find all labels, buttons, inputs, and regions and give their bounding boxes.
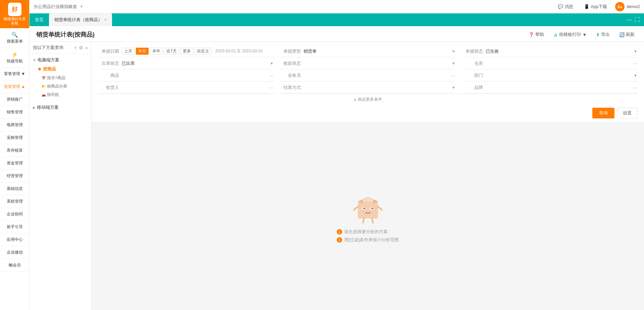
scheme-category-pc: ▼ 电脑端方案 按商品 📅 按月+商品 📂 按商品分类 🚗 按司机 bbox=[30, 54, 91, 101]
tab-home[interactable]: 首页 bbox=[30, 13, 49, 26]
sidebar-item-wholesale[interactable]: 批发管理 ▲ bbox=[0, 81, 29, 93]
out-status-label: 出库状态 bbox=[98, 60, 122, 66]
top-header: 办公用品行业模拟账套 ▼ 💬 消息 📱 App下载 Ea demo2 bbox=[30, 0, 644, 13]
sidebar-item-quick-nav[interactable]: ⚡ 快捷导航 bbox=[0, 48, 29, 68]
svg-line-5 bbox=[354, 207, 358, 210]
sidebar-item-system[interactable]: 系统管理 bbox=[0, 195, 29, 208]
salesperson-dots[interactable]: ··· bbox=[451, 73, 455, 78]
sidebar-item-operations[interactable]: 经营管理 bbox=[0, 170, 29, 183]
sidebar-item-base[interactable]: 基础信息 bbox=[0, 183, 29, 195]
collapse-more-btn[interactable]: ∧ 收起更多条件 bbox=[98, 94, 637, 105]
sidebar-item-marketing[interactable]: 营销推广 bbox=[0, 93, 29, 106]
empty-tips: 1 请先选择要分析的方案 2 用[过滤]条件来缩小分析范围 bbox=[337, 229, 399, 243]
payment-status-arrow[interactable]: ▼ bbox=[452, 61, 455, 65]
svg-line-7 bbox=[363, 218, 364, 223]
settings-button[interactable]: 设置 bbox=[617, 108, 637, 118]
logo-icon: 好 bbox=[8, 3, 21, 16]
payment-method-label: 结算方式 bbox=[280, 85, 304, 91]
query-button[interactable]: 查询 bbox=[592, 108, 614, 118]
doc-type-input[interactable]: 销货单 ▼ bbox=[304, 48, 455, 54]
brand-input[interactable]: ··· bbox=[486, 85, 637, 90]
filter-cell-goods: 商品 ··· bbox=[98, 69, 273, 82]
date-more-btn[interactable]: 更多 bbox=[180, 48, 193, 55]
out-status-arrow[interactable]: ▼ bbox=[270, 61, 273, 65]
scheme-add-btn[interactable]: + bbox=[74, 45, 77, 50]
doc-type-arrow[interactable]: ▼ bbox=[452, 49, 455, 53]
scheme-settings-btn[interactable]: ⚙ bbox=[79, 45, 83, 50]
date-7days-btn[interactable]: 近7天 bbox=[164, 48, 179, 55]
mobile-scheme-title[interactable]: ▶ 移动端方案 bbox=[33, 103, 88, 112]
sidebar-item-sales[interactable]: 销售管理 bbox=[0, 106, 29, 119]
sidebar-item-enterprise[interactable]: 企业协同 bbox=[0, 208, 29, 221]
template-print-btn[interactable]: 🖨 按模板打印 ▼ bbox=[551, 30, 589, 39]
page-title: 销货单统计表(按商品) bbox=[36, 31, 95, 39]
warehouse-dots[interactable]: ··· bbox=[633, 61, 637, 66]
active-dot bbox=[38, 68, 41, 70]
dept-input[interactable]: ▼ bbox=[486, 73, 637, 78]
filter-cell-doc-type: 单据类型 销货单 ▼ bbox=[280, 45, 455, 57]
payment-method-arrow[interactable]: ▼ bbox=[452, 86, 455, 90]
payment-status-input[interactable]: ▼ bbox=[304, 61, 455, 65]
collapse-up-icon: ∧ bbox=[354, 97, 357, 102]
page-header: 销货单统计表(按商品) ❓ 帮助 🖨 按模板打印 ▼ ⬆ 导出 🔄 刷新 bbox=[30, 26, 644, 42]
template-dropdown-arrow[interactable]: ▼ bbox=[80, 5, 83, 8]
filter-cell-receiver: 收货人 ··· bbox=[98, 82, 273, 94]
maximize-btn[interactable]: ⛶ bbox=[635, 17, 640, 23]
date-this-year-btn[interactable]: 本年 bbox=[150, 48, 163, 55]
receiver-input[interactable]: ··· bbox=[122, 85, 273, 90]
message-btn[interactable]: 💬 消息 bbox=[555, 2, 576, 11]
svg-point-3 bbox=[363, 208, 365, 209]
scheme-item-goods-category[interactable]: 📂 按商品分类 bbox=[33, 82, 88, 91]
username: demo2 bbox=[627, 4, 640, 9]
sidebar-item-guide[interactable]: 新手引导 bbox=[0, 221, 29, 234]
goods-input[interactable]: ··· bbox=[122, 73, 273, 78]
dept-arrow[interactable]: ▼ bbox=[634, 73, 637, 78]
template-name: 办公用品行业模拟账套 bbox=[34, 4, 77, 10]
sidebar-item-apps[interactable]: 应用中心 bbox=[0, 234, 29, 246]
logo-text: 畅捷通好生意 标账 bbox=[1, 17, 28, 25]
goods-dots[interactable]: ··· bbox=[270, 73, 274, 78]
doc-status-input[interactable]: 已生效 ▼ bbox=[486, 48, 637, 54]
receiver-dots[interactable]: ··· bbox=[270, 85, 274, 90]
doc-status-arrow[interactable]: ▼ bbox=[634, 49, 637, 53]
logo-area[interactable]: 好 畅捷通好生意 标账 bbox=[0, 0, 29, 28]
filter-area: 单据日期 上月 本月 本年 近7天 更多 自定义 2023-03-01 至 20… bbox=[92, 42, 644, 105]
date-label: 单据日期 bbox=[98, 48, 122, 54]
help-btn[interactable]: ❓ 帮助 bbox=[526, 30, 547, 39]
tab-active[interactable]: 销货单统计表（按商品） × bbox=[49, 13, 112, 26]
sidebar-item-purchase[interactable]: 采购管理 bbox=[0, 132, 29, 144]
sidebar-item-finance[interactable]: 资金管理 bbox=[0, 157, 29, 170]
sidebar-item-search-menu[interactable]: 🔍 搜索菜单 bbox=[0, 28, 29, 48]
scheme-item-driver[interactable]: 🚗 按司机 bbox=[33, 91, 88, 99]
sidebar-item-wechat[interactable]: 企业微信 bbox=[0, 246, 29, 259]
brand-dots[interactable]: ··· bbox=[633, 85, 637, 90]
tab-close-btn[interactable]: × bbox=[104, 17, 107, 22]
sidebar-item-inventory[interactable]: 库存核算 bbox=[0, 144, 29, 157]
date-custom-btn[interactable]: 自定义 bbox=[195, 48, 211, 55]
main-area: 办公用品行业模拟账套 ▼ 💬 消息 📱 App下载 Ea demo2 首页 销货… bbox=[30, 0, 644, 310]
sidebar-item-ecommerce[interactable]: 电商管理 bbox=[0, 119, 29, 132]
app-download-btn[interactable]: 📱 App下载 bbox=[581, 2, 610, 11]
sidebar-item-retail[interactable]: 零售管理 ▼ bbox=[0, 68, 29, 81]
scheme-item-month-goods[interactable]: 📅 按月+商品 bbox=[33, 74, 88, 82]
filter-cell-dept: 部门 ▼ bbox=[462, 69, 637, 82]
out-status-input[interactable]: 已出库 ▼ bbox=[122, 60, 273, 66]
sidebar-item-member[interactable]: 畅会员 bbox=[0, 259, 29, 272]
scheme-item-by-goods[interactable]: 按商品 bbox=[33, 64, 88, 74]
scheme-collapse-btn[interactable]: « bbox=[85, 45, 88, 50]
body-area: 按以下方案查询 + ⚙ « ▼ 电脑端方案 按商品 📅 按月+ bbox=[30, 42, 644, 310]
date-last-month-btn[interactable]: 上月 bbox=[122, 48, 135, 55]
pc-scheme-title[interactable]: ▼ 电脑端方案 bbox=[33, 56, 88, 64]
minimize-btn[interactable]: — bbox=[627, 17, 632, 23]
refresh-btn[interactable]: 🔄 刷新 bbox=[616, 30, 637, 39]
salesperson-input[interactable]: ··· bbox=[304, 73, 455, 78]
payment-method-input[interactable]: ▼ bbox=[304, 86, 455, 90]
warehouse-input[interactable]: ··· bbox=[486, 61, 637, 66]
date-this-month-btn[interactable]: 本月 bbox=[136, 48, 149, 55]
header-right: 💬 消息 📱 App下载 Ea demo2 bbox=[555, 2, 640, 11]
tip-num-2: 2 bbox=[337, 237, 342, 243]
filter-cell-date: 单据日期 上月 本月 本年 近7天 更多 自定义 2023-03-01 至 20… bbox=[98, 45, 273, 57]
user-info[interactable]: Ea demo2 bbox=[615, 2, 640, 11]
export-btn[interactable]: ⬆ 导出 bbox=[593, 30, 612, 39]
svg-line-6 bbox=[378, 207, 382, 210]
